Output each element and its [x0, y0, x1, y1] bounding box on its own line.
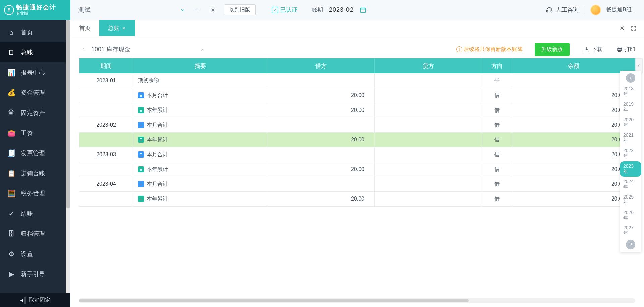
chevron-down-icon [180, 7, 186, 13]
year-item[interactable]: 2020年 [620, 115, 641, 130]
tab-home[interactable]: 首页 [70, 20, 99, 36]
cell-period[interactable]: 2023-03 [79, 147, 133, 162]
horizontal-scrollbar[interactable] [79, 298, 635, 303]
year-item[interactable]: 2021年 [620, 130, 641, 146]
year-item[interactable]: 2024年 [620, 177, 641, 192]
sidebar-item-2[interactable]: 📊报表中心 [0, 62, 70, 83]
table-row[interactable]: 2023-03☰本月合计借20.00 [79, 147, 635, 162]
table-row[interactable]: 2023-02☰本月合计借20.00 [79, 118, 635, 132]
print-button[interactable]: 打印 [616, 46, 635, 53]
info-icon: ! [456, 46, 462, 52]
consult-button[interactable]: 人工咨询 [546, 6, 579, 14]
svg-point-0 [212, 9, 214, 11]
sidebar-item-7[interactable]: 📋进销台账 [0, 163, 70, 183]
year-up-button[interactable] [626, 73, 635, 83]
verified-label: 已认证 [280, 6, 298, 14]
next-account-button[interactable] [198, 46, 206, 53]
cell-balance: 20.00 [512, 103, 635, 118]
download-button[interactable]: 下载 [584, 46, 602, 53]
table-row[interactable]: ☰本年累计20.00借20.00 [79, 191, 635, 206]
sidebar-pin-toggle[interactable]: ◂║ 取消固定 [0, 293, 70, 307]
tab-close-button[interactable]: ✕ [620, 25, 625, 32]
col-summary[interactable]: 摘要 [133, 58, 267, 73]
cell-period [79, 103, 133, 118]
close-icon[interactable]: ✕ [122, 26, 126, 31]
year-item[interactable]: 2022年 [620, 146, 641, 161]
horizontal-scrollbar-thumb[interactable] [79, 299, 469, 302]
sidebar-pin-label: 取消固定 [29, 297, 50, 304]
table-row[interactable]: ☰本月合计20.00借20.00 [79, 88, 635, 103]
sidebar-item-6[interactable]: 🧾发票管理 [0, 143, 70, 163]
year-item[interactable]: 2026年 [620, 208, 641, 223]
sidebar-icon-6: 🧾 [7, 149, 15, 157]
sidebar-scrollbar-thumb[interactable] [66, 20, 70, 208]
sidebar-item-1[interactable]: 🗒总账 [0, 42, 70, 62]
download-label: 下载 [592, 46, 602, 53]
svg-rect-3 [551, 10, 552, 12]
sidebar-item-10[interactable]: 🗄归档管理 [0, 224, 70, 244]
pin-icon: ◂║ [20, 297, 26, 303]
year-item[interactable]: 2019年 [620, 99, 641, 115]
sidebar-item-5[interactable]: 👛工资 [0, 123, 70, 143]
cell-balance: 20.00 [512, 147, 635, 162]
cell-credit [375, 103, 482, 118]
print-label: 打印 [625, 46, 635, 53]
cell-debit: 20.00 [267, 103, 375, 118]
cell-dir: 借 [482, 88, 512, 103]
summary-badge-icon: ☰ [138, 166, 144, 172]
cell-debit: 20.00 [267, 191, 375, 206]
year-item[interactable]: 2018年 [620, 84, 641, 99]
table-row[interactable]: ☰本年累计20.00借20.00 [79, 162, 635, 177]
col-period[interactable]: 期间 [79, 58, 133, 73]
col-debit[interactable]: 借方 [267, 58, 375, 73]
fullscreen-icon[interactable] [631, 25, 637, 31]
cell-balance: 20.00 [512, 118, 635, 132]
cell-dir: 借 [482, 191, 512, 206]
sidebar-item-0[interactable]: ⌂首页 [0, 22, 70, 42]
table-row[interactable]: ☰本年累计20.00借20.00 [79, 132, 635, 147]
separator [585, 6, 585, 14]
year-item[interactable]: 2023年 [620, 161, 641, 177]
summary-badge-icon: ☰ [138, 107, 144, 113]
user-name[interactable]: 畅捷通B组... [606, 6, 636, 13]
sidebar-item-9[interactable]: ✔结账 [0, 204, 70, 224]
sidebar-item-label: 进销台账 [21, 169, 45, 177]
cell-period[interactable]: 2023-01 [79, 73, 133, 88]
sidebar-scrollbar[interactable] [66, 20, 70, 293]
company-selector[interactable]: 测试 [78, 6, 186, 14]
sidebar-item-4[interactable]: 🏛固定资产 [0, 103, 70, 123]
sidebar-item-label: 归档管理 [21, 230, 45, 238]
cell-credit [375, 147, 482, 162]
col-credit[interactable]: 贷方 [375, 58, 482, 73]
sidebar-item-12[interactable]: ▶新手引导 [0, 264, 70, 284]
cell-period[interactable]: 2023-04 [79, 177, 133, 191]
upgrade-button[interactable]: 升级新版 [535, 43, 570, 56]
cell-dir: 借 [482, 132, 512, 147]
sidebar-icon-9: ✔ [7, 210, 15, 218]
consult-label: 人工咨询 [556, 6, 579, 14]
year-item[interactable]: 2025年 [620, 192, 641, 208]
col-balance[interactable]: 余额 [512, 58, 635, 73]
calendar-icon[interactable] [360, 7, 366, 13]
sidebar-item-11[interactable]: ⚙设置 [0, 244, 70, 264]
year-down-button[interactable] [626, 240, 635, 249]
table-row[interactable]: 2023-04☰本月合计借20.00 [79, 177, 635, 191]
year-item[interactable]: 2027年 [620, 223, 641, 238]
prev-account-button[interactable] [79, 46, 88, 53]
add-company-button[interactable] [192, 5, 202, 15]
cell-period[interactable]: 2023-02 [79, 118, 133, 132]
cell-summary: ☰本月合计 [133, 147, 267, 162]
summary-badge-icon: ☰ [138, 122, 144, 128]
avatar[interactable] [591, 5, 600, 15]
year-rail: 2018年2019年2020年2021年2022年2023年2024年2025年… [620, 71, 641, 252]
cell-dir: 借 [482, 147, 512, 162]
sidebar-item-8[interactable]: 🧮税务管理 [0, 183, 70, 204]
col-dir[interactable]: 方向 [482, 58, 512, 73]
table-row[interactable]: 2023-01期初余额平 [79, 73, 635, 88]
sidebar-item-3[interactable]: 💰资金管理 [0, 83, 70, 103]
tab-ledger[interactable]: 总账 ✕ [99, 20, 135, 36]
summary-badge-icon: ☰ [138, 196, 144, 202]
table-row[interactable]: ☰本年累计20.00借20.00 [79, 103, 635, 118]
settings-button[interactable] [208, 5, 218, 15]
switch-old-version-button[interactable]: 切到旧版 [224, 4, 256, 15]
